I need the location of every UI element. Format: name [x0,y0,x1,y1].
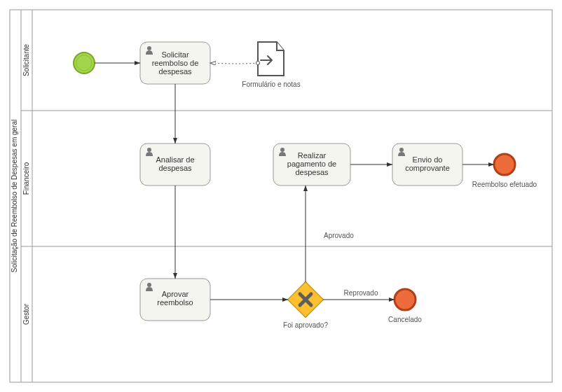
svg-text:Realizar: Realizar [298,151,327,160]
end-cancelado-label: Cancelado [388,316,422,323]
data-object-formulario: Formulário e notas [242,42,300,88]
gateway-label: Foi aprovado? [283,321,328,329]
assoc-doc-to-task [210,63,258,64]
svg-text:despesas: despesas [158,164,192,172]
task-solicitar: Solicitar reembolso de despesas [140,42,210,84]
svg-text:Analisar de: Analisar de [156,155,194,164]
task-envio: Envio do comprovante [392,144,462,186]
gateway-foi-aprovado: Foi aprovado? [283,282,328,329]
svg-text:reembolso: reembolso [157,298,193,307]
svg-point-20 [399,148,404,152]
task-realizar: Realizar pagamento de despesas [273,144,350,186]
task-solicitar-l3: despesas [158,67,192,76]
task-aprovar: Aprovar reembolso [140,279,210,321]
pool-title: Solicitação de Reembolso de Despesas em … [11,120,18,272]
svg-point-11 [147,148,151,152]
svg-point-23 [494,154,515,175]
data-object-label: Formulário e notas [242,80,300,88]
task-solicitar-l2: reembolso de [152,59,199,67]
svg-text:pagamento de: pagamento de [287,160,336,168]
svg-point-25 [147,283,151,287]
edge-aprovado-label: Aprovado [324,232,354,239]
svg-point-31 [395,289,416,310]
bpmn-diagram: Solicitação de Reembolso de Despesas em … [0,0,562,392]
edge-reprovado-label: Reprovado [344,289,378,297]
svg-text:comprovante: comprovante [405,164,450,172]
end-cancelado: Cancelado [388,289,422,323]
svg-text:Envio do: Envio do [413,155,443,164]
svg-text:despesas: despesas [295,168,329,176]
task-solicitar-l1: Solicitar [161,50,189,59]
lane-label-solicitante: Solicitante [22,43,30,76]
task-analisar: Analisar de despesas [140,144,210,186]
lane-label-gestor: Gestor [22,303,30,325]
start-event [74,52,95,74]
lane-label-financeiro: Financeiro [22,162,30,195]
svg-point-9 [147,46,151,50]
end-efetuado: Reembolso efetuado [472,154,537,188]
svg-text:Aprovar: Aprovar [162,290,189,298]
end-efetuado-label: Reembolso efetuado [472,181,537,188]
svg-point-15 [280,148,285,152]
